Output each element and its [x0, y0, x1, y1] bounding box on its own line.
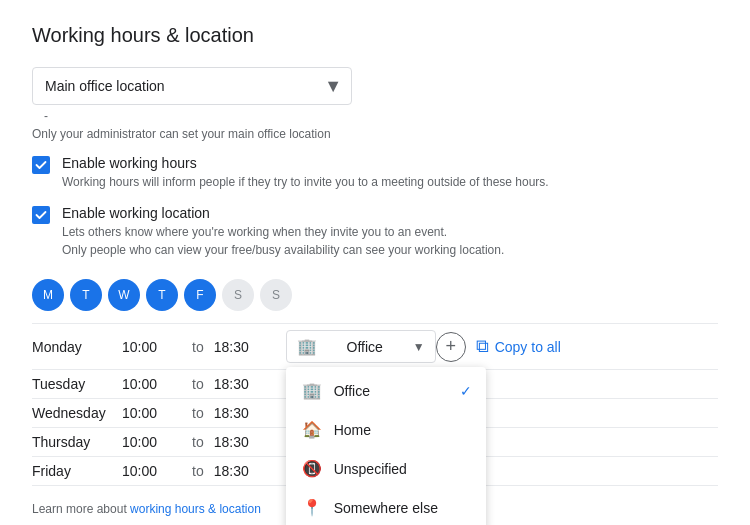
option-icon: 🏠: [302, 420, 322, 439]
office-location-value: -: [32, 109, 718, 123]
copy-to-all-button[interactable]: ⧉ Copy to all: [476, 336, 561, 357]
footer-link[interactable]: working hours & location: [130, 502, 261, 516]
to-label-wednesday: to: [192, 405, 204, 421]
office-location-select-wrapper: Main office location ▼: [32, 67, 352, 105]
day-name-wednesday: Wednesday: [32, 405, 122, 421]
day-name-monday: Monday: [32, 339, 122, 355]
menu-item-office[interactable]: 🏢 Office ✓: [286, 371, 486, 410]
to-time-monday[interactable]: 18:30: [214, 339, 274, 355]
from-time-tuesday[interactable]: 10:00: [122, 376, 182, 392]
working-location-row: Enable working location Lets others know…: [32, 205, 718, 259]
working-location-content: Enable working location Lets others know…: [62, 205, 504, 259]
to-label-friday: to: [192, 463, 204, 479]
page-title: Working hours & location: [32, 24, 718, 47]
to-label-monday: to: [192, 339, 204, 355]
to-label-thursday: to: [192, 434, 204, 450]
option-label: Office: [334, 383, 370, 399]
days-row: MTWTFSS: [32, 279, 718, 311]
working-hours-row: Enable working hours Working hours will …: [32, 155, 718, 191]
dropdown-arrow-icon: ▼: [413, 340, 425, 354]
working-location-desc: Lets others know where you're working wh…: [62, 223, 504, 259]
from-time-friday[interactable]: 10:00: [122, 463, 182, 479]
office-location-helper: Only your administrator can set your mai…: [32, 127, 718, 141]
to-time-thursday[interactable]: 18:30: [214, 434, 274, 450]
option-icon: 📍: [302, 498, 322, 517]
day-circle-w-2[interactable]: W: [108, 279, 140, 311]
from-time-thursday[interactable]: 10:00: [122, 434, 182, 450]
to-time-friday[interactable]: 18:30: [214, 463, 274, 479]
building-icon: 🏢: [297, 337, 317, 356]
working-hours-checkbox[interactable]: [32, 156, 50, 174]
day-circle-t-3[interactable]: T: [146, 279, 178, 311]
location-select-button[interactable]: 🏢 Office ▼: [286, 330, 436, 363]
to-time-tuesday[interactable]: 18:30: [214, 376, 274, 392]
working-hours-desc: Working hours will inform people if they…: [62, 173, 549, 191]
day-name-friday: Friday: [32, 463, 122, 479]
working-location-checkbox[interactable]: [32, 206, 50, 224]
day-name-thursday: Thursday: [32, 434, 122, 450]
day-circle-t-1[interactable]: T: [70, 279, 102, 311]
check-icon: ✓: [460, 383, 472, 399]
from-time-monday[interactable]: 10:00: [122, 339, 182, 355]
from-time-wednesday[interactable]: 10:00: [122, 405, 182, 421]
option-label: Home: [334, 422, 371, 438]
option-icon: 🏢: [302, 381, 322, 400]
copy-to-all-label: Copy to all: [495, 339, 561, 355]
menu-item-somewhere-else[interactable]: 📍 Somewhere else: [286, 488, 486, 525]
to-label-tuesday: to: [192, 376, 204, 392]
menu-item-unspecified[interactable]: 📵 Unspecified: [286, 449, 486, 488]
location-dropdown-wrapper: 🏢 Office ▼ 🏢 Office ✓ 🏠 Home 📵 Unspecifi…: [286, 330, 436, 363]
add-location-button[interactable]: +: [436, 332, 466, 362]
working-hours-label: Enable working hours: [62, 155, 549, 171]
day-circle-s-6[interactable]: S: [260, 279, 292, 311]
selected-location: Office: [347, 339, 383, 355]
office-location-section: Main office location ▼ - Only your admin…: [32, 67, 718, 141]
schedule-area: Monday10:00to18:30 🏢 Office ▼ 🏢 Office ✓…: [32, 323, 718, 486]
copy-icon: ⧉: [476, 336, 489, 357]
schedule-row-monday: Monday10:00to18:30 🏢 Office ▼ 🏢 Office ✓…: [32, 323, 718, 369]
option-icon: 📵: [302, 459, 322, 478]
working-hours-content: Enable working hours Working hours will …: [62, 155, 549, 191]
footer-text: Learn more about: [32, 502, 127, 516]
option-label: Somewhere else: [334, 500, 438, 516]
day-name-tuesday: Tuesday: [32, 376, 122, 392]
working-location-label: Enable working location: [62, 205, 504, 221]
day-circle-m-0[interactable]: M: [32, 279, 64, 311]
menu-item-home[interactable]: 🏠 Home: [286, 410, 486, 449]
to-time-wednesday[interactable]: 18:30: [214, 405, 274, 421]
day-circle-f-4[interactable]: F: [184, 279, 216, 311]
office-location-select[interactable]: Main office location: [32, 67, 352, 105]
day-circle-s-5[interactable]: S: [222, 279, 254, 311]
location-menu: 🏢 Office ✓ 🏠 Home 📵 Unspecified 📍 Somewh…: [286, 367, 486, 525]
option-label: Unspecified: [334, 461, 407, 477]
